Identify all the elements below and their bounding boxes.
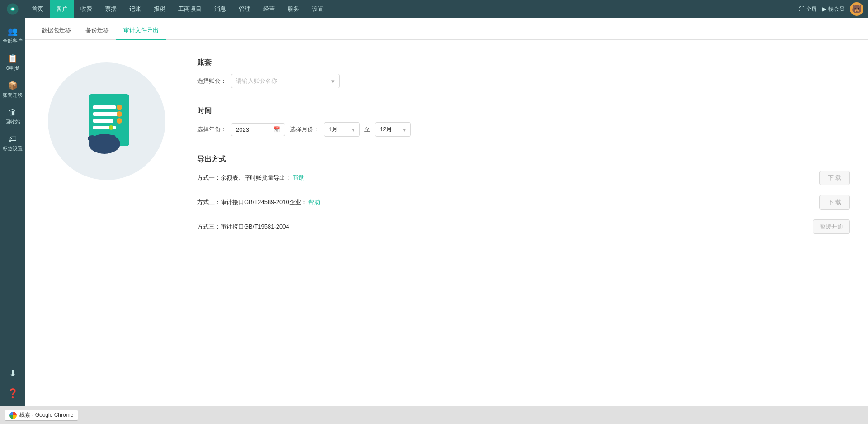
nav-operation[interactable]: 经营	[257, 0, 281, 18]
sidebar-item-account-migration[interactable]: 📦 账套迁移	[0, 77, 25, 102]
tag-icon: 🏷	[9, 134, 17, 144]
year-input[interactable]: 2023 📅	[231, 123, 285, 136]
tab-data-migration[interactable]: 数据包迁移	[34, 22, 78, 40]
app-logo[interactable]	[5, 1, 21, 17]
vip-label: 畅会员	[828, 5, 844, 13]
method3-label: 方式三：审计接口GB/T19581-2004	[197, 223, 289, 230]
nav-business[interactable]: 工商项目	[172, 0, 208, 18]
svg-rect-3	[93, 105, 116, 109]
svg-point-13	[88, 135, 97, 142]
sidebar-item-recycle[interactable]: 🗑 回收站	[0, 104, 25, 129]
sidebar: 👥 全部客户 📋 0申报 📦 账套迁移 🗑 回收站 🏷 标签设置 ⬇ ❓	[0, 18, 25, 406]
method2-label: 方式二：审计接口GB/T24589-2010企业：	[197, 199, 307, 205]
method1-download-button[interactable]: 下 载	[819, 171, 850, 185]
month-end-select[interactable]: 12月 ▾	[375, 122, 411, 137]
tab-audit-export[interactable]: 审计文件导出	[116, 22, 166, 40]
account-section: 账套 选择账套： 请输入账套名称 ▾	[197, 58, 850, 93]
fullscreen-label: 全屏	[806, 5, 817, 13]
year-label: 选择年份：	[197, 125, 226, 133]
sidebar-item-zero-declare[interactable]: 📋 0申报	[0, 50, 25, 75]
taskbar-chrome-item[interactable]: 线索 - Google Chrome	[5, 410, 78, 421]
illustration-area	[43, 53, 170, 180]
month-start-select[interactable]: 1月 ▾	[324, 122, 360, 137]
calendar-icon: 📅	[274, 126, 280, 133]
account-select[interactable]: 请输入账套名称 ▾	[231, 74, 340, 88]
method2-download-button[interactable]: 下 载	[819, 195, 850, 210]
video-icon: ▶	[822, 6, 826, 12]
time-section-title: 时间	[197, 106, 850, 116]
nav-right-area: ⛶ 全屏 ▶ 畅会员 🐻	[799, 2, 863, 16]
export-section: 导出方式 方式一：余额表、序时账批量导出： 帮助 下 载	[197, 155, 850, 234]
recycle-icon: 🗑	[9, 108, 17, 117]
method3-coming-soon-button[interactable]: 暂缓开通	[813, 219, 850, 234]
month-end-value: 12月	[380, 125, 392, 133]
sidebar-bottom: ⬇ ❓	[5, 365, 21, 401]
method1-help-link[interactable]: 帮助	[293, 174, 305, 181]
year-value: 2023	[236, 126, 249, 133]
sidebar-item-label: 全部客户	[3, 38, 23, 44]
nav-settings[interactable]: 设置	[306, 0, 330, 18]
taskbar: 线索 - Google Chrome	[0, 406, 868, 424]
nav-items: 首页 客户 收费 票据 记账 报税 工商项目 消息 管理 经营 服务 设置	[25, 0, 799, 18]
export-method-2-row: 方式二：审计接口GB/T24589-2010企业： 帮助 下 载	[197, 195, 850, 210]
declare-icon: 📋	[8, 53, 18, 63]
chevron-down-icon: ▾	[331, 78, 335, 85]
svg-point-8	[117, 111, 122, 117]
illustration-circle	[48, 62, 165, 180]
export-method-3-row: 方式三：审计接口GB/T19581-2004 暂缓开通	[197, 219, 850, 234]
nav-customer[interactable]: 客户	[50, 0, 74, 18]
svg-rect-12	[95, 135, 116, 148]
fullscreen-icon: ⛶	[799, 6, 804, 12]
time-row: 选择年份： 2023 📅 选择月份： 1月 ▾ 至 12月	[197, 122, 850, 137]
top-navigation: 首页 客户 收费 票据 记账 报税 工商项目 消息 管理 经营 服务 设置 ⛶ …	[0, 0, 868, 18]
svg-point-10	[109, 125, 113, 130]
sidebar-item-label: 回收站	[5, 119, 20, 125]
chevron-down-icon: ▾	[403, 126, 406, 133]
nav-fee[interactable]: 收费	[74, 0, 99, 18]
svg-point-9	[117, 118, 122, 124]
nav-home[interactable]: 首页	[25, 0, 50, 18]
account-row: 选择账套： 请输入账套名称 ▾	[197, 74, 850, 88]
nav-tax[interactable]: 报税	[147, 0, 172, 18]
nav-service[interactable]: 服务	[281, 0, 306, 18]
help-icon[interactable]: ❓	[5, 385, 21, 401]
nav-bookkeeping[interactable]: 记账	[123, 0, 147, 18]
nav-manage[interactable]: 管理	[232, 0, 257, 18]
chevron-down-icon: ▾	[352, 126, 355, 133]
export-method-3-text: 方式三：审计接口GB/T19581-2004	[197, 223, 289, 231]
tab-bar: 数据包迁移 备份迁移 审计文件导出	[25, 18, 868, 40]
download-icon[interactable]: ⬇	[6, 365, 19, 381]
content-area: 数据包迁移 备份迁移 审计文件导出	[25, 18, 868, 406]
export-methods: 方式一：余额表、序时账批量导出： 帮助 下 载 方式二：审计接口GB/T2458…	[197, 171, 850, 234]
svg-rect-5	[93, 119, 113, 123]
nav-invoice[interactable]: 票据	[99, 0, 123, 18]
svg-rect-4	[93, 112, 118, 116]
vip-button[interactable]: ▶ 畅会员	[822, 5, 844, 13]
export-method-1-text: 方式一：余额表、序时账批量导出： 帮助	[197, 174, 305, 182]
account-placeholder: 请输入账套名称	[236, 77, 277, 85]
svg-point-1	[11, 8, 14, 10]
account-label: 选择账套：	[197, 77, 226, 85]
migration-icon: 📦	[8, 81, 18, 91]
sidebar-item-tag-settings[interactable]: 🏷 标签设置	[0, 131, 25, 156]
method2-help-link[interactable]: 帮助	[308, 199, 320, 205]
time-section: 时间 选择年份： 2023 📅 选择月份： 1月 ▾ 至	[197, 106, 850, 141]
sidebar-item-all-customers[interactable]: 👥 全部客户	[0, 23, 25, 48]
sidebar-item-label: 账套迁移	[3, 92, 23, 99]
separator: 至	[364, 125, 370, 133]
page-content: 账套 选择账套： 请输入账套名称 ▾ 时间 选择年份：	[25, 40, 868, 406]
tab-backup-migration[interactable]: 备份迁移	[78, 22, 116, 40]
user-avatar[interactable]: 🐻	[850, 2, 863, 16]
chrome-icon	[9, 412, 17, 419]
export-method-2-text: 方式二：审计接口GB/T24589-2010企业： 帮助	[197, 198, 320, 206]
account-section-title: 账套	[197, 58, 850, 67]
illustration-svg	[61, 76, 152, 167]
fullscreen-button[interactable]: ⛶ 全屏	[799, 5, 817, 13]
taskbar-item-label: 线索 - Google Chrome	[19, 411, 73, 419]
month-start-label: 选择月份：	[290, 125, 319, 133]
form-area: 账套 选择账套： 请输入账套名称 ▾ 时间 选择年份：	[197, 53, 850, 234]
export-method-1-row: 方式一：余额表、序时账批量导出： 帮助 下 载	[197, 171, 850, 185]
sidebar-item-label: 标签设置	[3, 145, 23, 152]
sidebar-item-label: 0申报	[6, 65, 19, 71]
nav-message[interactable]: 消息	[208, 0, 232, 18]
